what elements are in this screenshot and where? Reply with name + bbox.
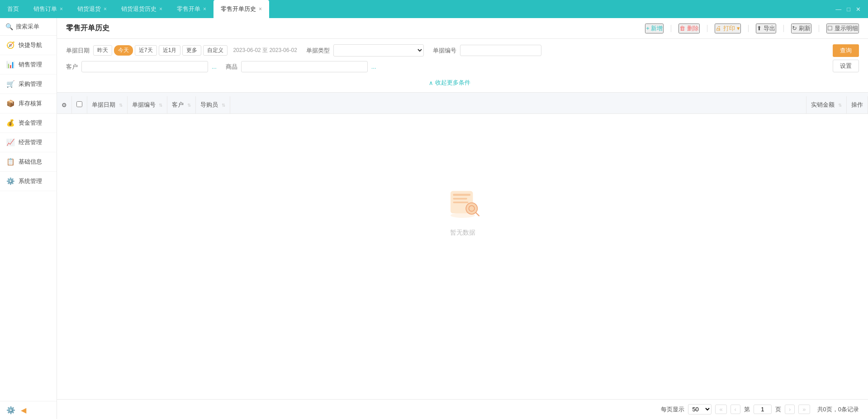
goods-ellipsis-btn[interactable]: ...	[371, 63, 376, 70]
th-checkbox[interactable]	[72, 96, 87, 114]
page-size-select[interactable]: 20 50 100	[688, 404, 711, 414]
customer-label: 客户	[66, 63, 78, 71]
th-amount[interactable]: 实销金额 ⇅	[806, 96, 847, 114]
svg-line-7	[475, 212, 479, 216]
th-customer[interactable]: 客户 ⇅	[167, 96, 196, 114]
sidebar-item-basic[interactable]: 📋 基础信息	[0, 152, 57, 172]
prev-page-btn[interactable]: ‹	[730, 405, 740, 414]
tab-return[interactable]: 销货退货 ×	[70, 0, 114, 18]
sidebar-item-sales[interactable]: 📊 销售管理	[0, 55, 57, 75]
customer-input[interactable]	[81, 61, 208, 72]
last-page-btn[interactable]: »	[798, 405, 810, 414]
sidebar-item-purchase-label: 采购管理	[19, 80, 42, 88]
tab-retail-history-label: 零售开单历史	[221, 5, 256, 13]
divider3	[748, 25, 749, 32]
sidebar-nav: 🧭 快捷导航 📊 销售管理 🛒 采购管理 📦 库存核算 💰 资金管理 📈	[0, 36, 57, 401]
divider2	[707, 25, 707, 32]
tab-retail-history-close[interactable]: ×	[259, 6, 262, 12]
top-tabbar: 首页 销售订单 × 销货退货 × 销货退货历史 × 零售开单 × 零售开单历史 …	[0, 0, 868, 18]
settings-bottom-icon[interactable]: ⚙️	[6, 406, 15, 414]
query-button[interactable]: 查询	[833, 44, 859, 57]
date-btn-custom[interactable]: 自定义	[203, 45, 228, 56]
print-button[interactable]: 🖨 打印 ▾	[715, 24, 741, 33]
tab-return-history-close[interactable]: ×	[159, 6, 162, 12]
first-page-btn[interactable]: «	[715, 405, 726, 414]
th-action-label: 操作	[851, 101, 863, 108]
tab-sales-order[interactable]: 销售订单 ×	[26, 0, 70, 18]
sidebar-item-purchase[interactable]: 🛒 采购管理	[0, 75, 57, 94]
goods-input[interactable]	[241, 61, 368, 72]
sidebar-item-operation-label: 经营管理	[19, 138, 42, 146]
collapse-sidebar-icon[interactable]: ◀	[21, 406, 26, 414]
refresh-icon: ↻	[792, 25, 797, 32]
date-btn-today[interactable]: 今天	[114, 45, 133, 56]
svg-rect-3	[453, 198, 467, 200]
date-btn-1month[interactable]: 近1月	[159, 45, 181, 56]
filter-actions: 查询 设置	[833, 44, 859, 72]
filter-settings-button[interactable]: 设置	[833, 60, 859, 72]
sort-guide-icon[interactable]: ⇅	[222, 103, 225, 108]
checkbox-icon: ☐	[827, 25, 833, 32]
th-guide[interactable]: 导购员 ⇅	[195, 96, 230, 114]
th-date[interactable]: 单据日期 ⇅	[87, 96, 128, 114]
minimize-btn[interactable]: —	[835, 6, 841, 13]
date-btn-7days[interactable]: 近7天	[135, 45, 157, 56]
filter-order-no: 单据编号	[433, 45, 541, 56]
goods-label: 商品	[226, 63, 237, 71]
refresh-button[interactable]: ↻ 刷新	[791, 24, 811, 33]
sort-order-no-icon[interactable]: ⇅	[159, 103, 162, 108]
svg-rect-2	[453, 194, 470, 196]
tab-retail-history[interactable]: 零售开单历史 ×	[213, 0, 269, 18]
sidebar-item-system[interactable]: ⚙️ 系统管理	[0, 172, 57, 191]
sidebar-search[interactable]: 🔍 搜索采单	[0, 18, 57, 36]
sidebar-item-system-label: 系统管理	[19, 177, 42, 185]
divider1	[671, 25, 671, 32]
next-page-btn[interactable]: ›	[785, 405, 795, 414]
tab-sales-order-close[interactable]: ×	[60, 6, 63, 12]
close-btn[interactable]: ✕	[856, 6, 861, 13]
date-btn-yesterday[interactable]: 昨天	[93, 45, 112, 56]
sidebar-item-inventory[interactable]: 📦 库存核算	[0, 94, 57, 113]
customer-ellipsis-btn[interactable]: ...	[212, 63, 217, 70]
collapse-filter-btn[interactable]: ∧ 收起更多条件	[66, 77, 833, 89]
th-settings[interactable]: ⚙	[57, 96, 72, 114]
page-input[interactable]	[754, 405, 772, 414]
page-unit: 页	[775, 405, 781, 414]
print-icon: 🖨	[716, 25, 721, 32]
th-date-label: 单据日期	[92, 101, 115, 108]
date-btn-more[interactable]: 更多	[182, 45, 201, 56]
add-button[interactable]: + 新增	[645, 24, 664, 33]
sidebar-bottom: ⚙️ ◀	[0, 401, 57, 419]
delete-button[interactable]: 🗑 删除	[678, 24, 700, 33]
sidebar-item-finance[interactable]: 💰 资金管理	[0, 113, 57, 133]
tab-return-history[interactable]: 销货退货历史 ×	[114, 0, 170, 18]
display-detail-label: 显示明细	[835, 24, 858, 33]
sort-amount-icon[interactable]: ⇅	[838, 103, 842, 108]
divider5	[819, 25, 819, 32]
th-order-no[interactable]: 单据编号 ⇅	[127, 96, 167, 114]
sidebar-item-quicknav[interactable]: 🧭 快捷导航	[0, 36, 57, 55]
sort-customer-icon[interactable]: ⇅	[187, 103, 191, 108]
gear-icon[interactable]: ⚙	[62, 102, 67, 108]
sidebar-item-operation[interactable]: 📈 经营管理	[0, 133, 57, 152]
content-area: 零售开单历史 + 新增 🗑 删除 🖨 打印 ▾ ⬆ 导出 ↻	[57, 18, 868, 419]
purchase-icon: 🛒	[6, 80, 15, 88]
tab-return-close[interactable]: ×	[104, 6, 107, 12]
tab-retail-order-close[interactable]: ×	[203, 6, 206, 12]
select-all-checkbox[interactable]	[76, 101, 82, 107]
tab-retail-order[interactable]: 零售开单 ×	[170, 0, 213, 18]
svg-rect-4	[453, 202, 468, 203]
order-type-select[interactable]	[333, 44, 424, 56]
refresh-label: 刷新	[799, 24, 811, 33]
tab-sales-order-label: 销售订单	[33, 5, 57, 13]
export-button[interactable]: ⬆ 导出	[756, 24, 776, 33]
sidebar-item-sales-label: 销售管理	[19, 61, 42, 69]
sort-date-icon[interactable]: ⇅	[119, 103, 123, 108]
print-label: 打印	[723, 24, 735, 33]
display-detail-button[interactable]: ☐ 显示明细	[826, 24, 859, 33]
table-area: ⚙ 单据日期 ⇅ 单据编号 ⇅	[57, 96, 868, 399]
order-no-input[interactable]	[460, 45, 541, 56]
toolbar: + 新增 🗑 删除 🖨 打印 ▾ ⬆ 导出 ↻ 刷新	[645, 24, 859, 33]
maximize-btn[interactable]: □	[847, 6, 850, 13]
tab-home[interactable]: 首页	[0, 0, 26, 18]
